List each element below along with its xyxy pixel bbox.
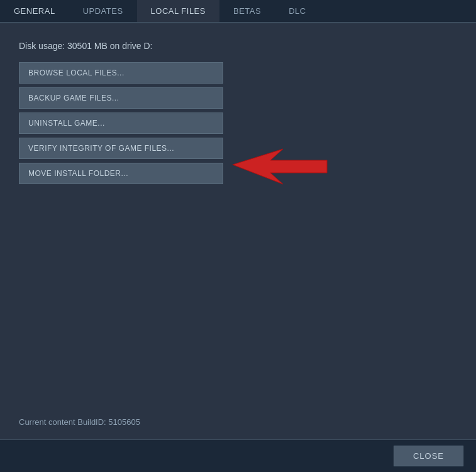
build-id-text: Current content BuildID: 5105605 xyxy=(19,417,140,427)
backup-game-files-button[interactable]: BACKUP GAME FILES... xyxy=(19,87,223,109)
tab-general[interactable]: GENERAL xyxy=(0,0,69,22)
main-content: Disk usage: 30501 MB on drive D: BROWSE … xyxy=(0,23,476,439)
action-buttons-list: BROWSE LOCAL FILES... BACKUP GAME FILES.… xyxy=(19,62,223,184)
uninstall-game-button[interactable]: UNINSTALL GAME... xyxy=(19,113,223,134)
bottom-bar: CLOSE xyxy=(0,439,476,472)
tab-betas[interactable]: BETAS xyxy=(219,0,275,22)
move-install-folder-button[interactable]: MOVE INSTALL FOLDER... xyxy=(19,163,223,184)
footer: Current content BuildID: 5105605 xyxy=(19,417,457,427)
tab-updates[interactable]: UPDATES xyxy=(69,0,137,22)
tabs-bar: GENERAL UPDATES LOCAL FILES BETAS DLC xyxy=(0,0,476,23)
disk-usage-text: Disk usage: 30501 MB on drive D: xyxy=(19,41,457,51)
tab-dlc[interactable]: DLC xyxy=(275,0,320,22)
red-arrow-icon xyxy=(208,143,333,199)
tab-local-files[interactable]: LOCAL FILES xyxy=(137,0,219,22)
arrow-annotation xyxy=(208,143,333,199)
verify-integrity-button[interactable]: VERIFY INTEGRITY OF GAME FILES... xyxy=(19,138,223,159)
content-top: Disk usage: 30501 MB on drive D: BROWSE … xyxy=(19,41,457,184)
close-button[interactable]: CLOSE xyxy=(394,446,463,466)
browse-local-files-button[interactable]: BROWSE LOCAL FILES... xyxy=(19,62,223,84)
svg-marker-0 xyxy=(233,149,327,184)
steam-properties-window: GENERAL UPDATES LOCAL FILES BETAS DLC Di… xyxy=(0,0,476,472)
